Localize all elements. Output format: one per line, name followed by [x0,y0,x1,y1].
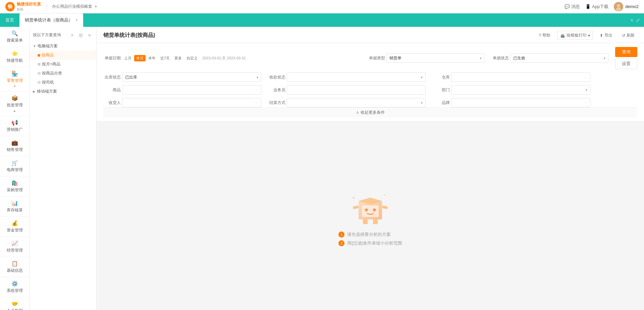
divider [46,3,47,10]
nav-icon: ⭐ [11,50,18,57]
lp-collapse-button[interactable]: « [86,32,93,38]
window-controls: × ⤢ [631,17,644,23]
svg-rect-12 [353,205,359,209]
date-btn-7days[interactable]: 近7天 [158,55,172,61]
empty-illustration: ✦ ✦ ✦ [350,186,390,226]
print-button[interactable]: 🖨️ 按模板打印 ▾ [557,31,593,40]
sidebar-nav[interactable]: ⭐ 快捷导航 [0,47,29,67]
product-label: 商品 [103,87,121,93]
svg-rect-5 [362,205,379,217]
doc-status-select[interactable]: 已生效 ▾ [510,53,608,63]
filter-col-product: 商品 ··· [103,85,261,95]
date-btn-last-month[interactable]: 上月 [122,55,133,61]
app-download-button[interactable]: 📱 App下载 [585,4,608,10]
grid-icon: ⊞ [38,62,41,66]
user-area[interactable]: demo2 [614,2,639,11]
svg-rect-13 [382,205,388,209]
product-field[interactable]: ··· [122,85,261,95]
sales-icon: 💼 [11,140,18,146]
tab-home[interactable]: 首页 [0,13,19,27]
tree-item-by-cashier[interactable]: ⊟ 按司机 [30,78,96,87]
salesman-more-icon: ··· [420,88,423,92]
date-btn-this-month[interactable]: 本月 [134,55,146,61]
query-buttons: 查询 设置 [615,47,637,69]
sidebar-search[interactable]: 🔍 搜索菜单 [0,27,29,47]
sidebar-item-retail[interactable]: 🏪 零售管理 ▾ [0,67,29,92]
tab-close-button[interactable]: × [75,18,78,22]
tree-group-mobile-header[interactable]: ▶ 移动端方案 [30,87,96,96]
message-icon: 💬 [565,4,570,9]
date-btn-this-year[interactable]: 本年 [146,55,158,61]
settings-button[interactable]: 设置 [615,58,637,69]
tree-item-by-product[interactable]: 按商品 [30,51,96,60]
warehouse-field[interactable]: ··· [451,72,590,82]
brand-more-icon: ··· [584,101,587,105]
sidebar-item-sales[interactable]: 💼 销售管理 [0,136,29,156]
tree-group-desktop-header[interactable]: ▼ 电脑端方案 [30,42,96,51]
svg-point-8 [366,209,367,210]
cashier-icon: ⊟ [38,80,41,85]
out-status-label: 出库状态 [103,74,121,80]
date-btn-more[interactable]: 更多 [172,55,184,61]
department-dropdown-icon: ▾ [586,88,587,92]
date-btn-custom[interactable]: 自定义 [184,55,200,61]
print-icon: 🖨️ [560,33,565,38]
top-bar-left: 畅 畅捷信好生意 标版 办公用品行业模拟账套 ▾ [5,1,97,12]
svg-point-1 [617,4,620,7]
sidebar-item-inventory[interactable]: 📊 库存核算 [0,197,29,217]
filter-col-settle: 结算方式 ▾ [268,98,426,107]
empty-tip-2: 2 用[过滤]条件来缩小分析范围 [338,240,402,246]
department-select[interactable]: ▾ [451,85,590,95]
tree-item-by-category[interactable]: ⊟ 按商品分类 [30,69,96,78]
tip-1-num: 1 [338,231,344,238]
breadcrumb-dropdown[interactable]: ▾ [95,4,97,9]
brand-field[interactable]: ··· [451,98,590,107]
collapse-bar[interactable]: ∧ 收起更多条件 [103,107,637,117]
message-button[interactable]: 💬 消息 [565,4,580,10]
sidebar-item-ecommerce[interactable]: 🛒 电商管理 [0,156,29,176]
department-label: 部门 [432,87,450,93]
export-icon: ⬆ [600,33,603,38]
out-status-select[interactable]: 已出库 ▾ [122,72,261,82]
filter-col-doctype: 单据类型 销货单 ▾ [368,53,485,63]
doc-type-select[interactable]: 销货单 ▾ [386,53,485,63]
export-button[interactable]: ⬆ 导出 [597,31,615,40]
filter-col-docstatus: 单据状态 已生效 ▾ [491,53,608,63]
logo-area: 畅 畅捷信好生意 标版 [5,1,41,12]
svg-point-9 [374,209,375,210]
query-button[interactable]: 查询 [615,47,637,57]
logo-icon: 畅 [5,2,15,11]
lp-add-button[interactable]: + [69,32,75,38]
settle-select[interactable]: ▾ [287,98,426,107]
sidebar-item-wholesale[interactable]: 📦 批发管理 ▴ [0,92,29,116]
sidebar-item-enterprise[interactable]: 🤝 企业协同 [0,297,29,310]
window-max-button[interactable]: ⤢ [636,17,640,23]
tip-1-text: 请先选择要分析的方案 [347,231,391,238]
sidebar-item-marketing[interactable]: 📢 营销推广 [0,116,29,136]
lp-settings-button[interactable]: ◎ [77,32,84,38]
receive-status-label: 收款状态 [268,74,285,80]
refresh-button[interactable]: ↺ 刷新 [619,31,637,40]
tab-active[interactable]: 销货单统计表（按商品） × [19,13,83,27]
date-quick-buttons: 上月 本月 本年 近7天 更多 自定义 [122,55,200,61]
sidebar-item-system[interactable]: ⚙️ 系统管理 [0,277,29,297]
window-close-button[interactable]: × [631,17,633,23]
tree-item-by-month-product[interactable]: ⊞ 按月+商品 [30,60,96,69]
sidebar-item-basic[interactable]: 📋 基础信息 [0,257,29,277]
svg-text:✦: ✦ [352,196,355,200]
filter-row-3: 商品 ··· 业务员 ··· 部门 [103,85,637,95]
recipient-field[interactable]: ··· [122,98,261,107]
sidebar-item-purchase[interactable]: 🛍️ 采购管理 [0,176,29,197]
salesman-field[interactable]: ··· [287,85,426,95]
ecommerce-icon: 🛒 [11,160,18,166]
active-dot-icon [38,54,40,57]
receive-status-select[interactable]: ▾ [287,72,426,82]
date-label: 单据日期 [103,55,121,61]
tree-arrow-mobile: ▶ [33,90,36,93]
sidebar-item-finance[interactable]: 💰 资金管理 [0,217,29,237]
main-layout: 🔍 搜索菜单 ⭐ 快捷导航 🏪 零售管理 ▾ 📦 批发管理 ▴ 📢 营销推广 💼… [0,27,644,310]
help-button[interactable]: ? 帮助 [536,31,553,40]
refresh-icon: ↺ [622,33,625,38]
purchase-icon: 🛍️ [11,180,18,186]
sidebar-item-operation[interactable]: 📈 经营管理 [0,237,29,257]
